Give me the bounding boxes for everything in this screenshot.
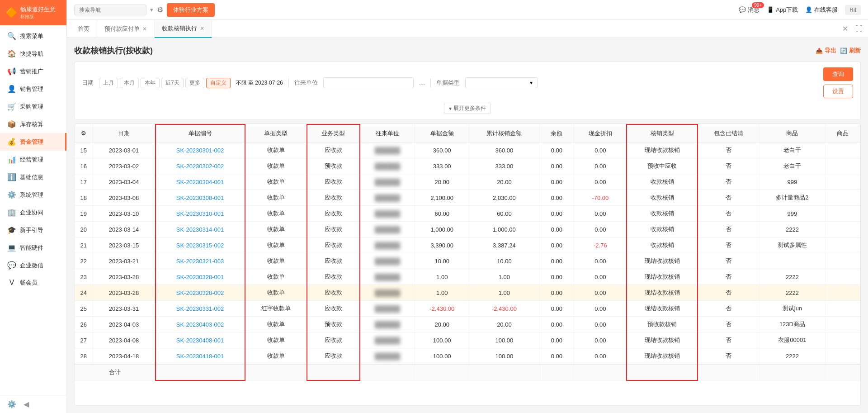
bill-no-link[interactable]: SK-20230314-001 [176,226,224,233]
sidebar-item-operations[interactable]: 📊经营管理 [0,151,66,168]
gear-icon[interactable]: ⚙ [157,5,163,14]
cell-amount: 3,390.00 [415,237,469,253]
export-btn[interactable]: 📤 导出 [816,47,836,55]
collapse-icon[interactable]: ◀ [24,400,29,408]
total-biz-type [307,364,360,380]
cell-product1: 999 [759,206,825,222]
tab-collection-close-icon[interactable]: ✕ [200,25,204,32]
unit-input[interactable] [323,77,414,88]
cell-unit: ██████ [360,142,415,158]
cell-discount: 0.00 [574,174,627,190]
cell-bill-type: 收款单 [245,332,307,348]
cell-verify-type: 现结收款核销 [627,142,698,158]
sidebar-item-purchase[interactable]: 🛒采购管理 [0,98,66,115]
bill-no-link[interactable]: SK-20230304-001 [176,179,224,185]
bill-no-link[interactable]: SK-20230328-001 [176,274,224,280]
table-row: 27 2023-04-08 SK-20230408-001 收款单 应收款 ██… [75,332,860,348]
cell-discount: 0.00 [574,317,627,332]
page-content: 收款核销执行(按收款) 📤 导出 🔄 刷新 日期 上月 本月 本年 [67,38,868,413]
refresh-icon: 🔄 [840,47,847,54]
sidebar-item-newbie[interactable]: 🎓新手引导 [0,221,66,239]
sidebar-item-sales[interactable]: 👤销售管理 [0,80,66,98]
date-btn-last-month[interactable]: 上月 [99,78,118,88]
unit-value: ██████ [375,147,400,154]
online-service-btn[interactable]: 👤 在线客服 [805,6,838,14]
bill-no-link[interactable]: SK-20230301-002 [176,147,224,154]
cell-balance: 0.00 [539,317,574,332]
refresh-btn[interactable]: 🔄 刷新 [840,47,861,55]
bill-no-link[interactable]: SK-20230331-002 [176,305,224,312]
cell-product1: 2222 [759,269,825,285]
sidebar-item-search[interactable]: 🔍搜索菜单 [0,27,66,45]
export-label: 导出 [825,47,836,55]
sidebar-item-corp[interactable]: 🏢企业协同 [0,204,66,221]
cell-no: 22 [75,253,93,269]
data-table: ⚙ 日期 单据编号 单据类型 业务类型 往来单位 单据金额 累计核销金额 余额 … [75,124,860,381]
table-row: 18 2023-03-08 SK-20230308-001 收款单 应收款 ██… [75,190,860,206]
cell-bill-type: 收款单 [245,269,307,285]
user-avatar[interactable]: Rit [845,5,861,15]
bill-no-link[interactable]: SK-20230408-001 [176,337,224,344]
settings-filter-btn[interactable]: 设置 [823,85,853,98]
date-btn-7days[interactable]: 近7天 [161,78,184,88]
cell-verify-amount: 20.00 [469,174,539,190]
sidebar-item-basic[interactable]: ℹ️基础信息 [0,168,66,186]
th-product2: 商品 [826,124,860,142]
tab-close-all-icon[interactable]: ✕ [840,23,850,35]
finance-label: 资金管理 [20,138,43,146]
tab-home[interactable]: 首页 [71,20,97,38]
bill-no-link[interactable]: SK-20230315-002 [176,242,224,249]
tab-prepay[interactable]: 预付款应付单 ✕ [97,20,155,38]
date-btn-more[interactable]: 更多 [185,78,204,88]
table-row: 20 2023-03-14 SK-20230314-001 收款单 应收款 ██… [75,222,860,237]
total-product1 [759,364,825,380]
cell-unit: ██████ [360,317,415,332]
bill-type-select[interactable]: ▾ [465,77,538,88]
date-btn-custom[interactable]: 自定义 [206,78,231,88]
message-icon: 💬 [739,6,746,13]
bill-no-link[interactable]: SK-20230308-001 [176,195,224,201]
date-btn-this-month[interactable]: 本月 [120,78,139,88]
cell-biz-type: 应收款 [307,285,360,301]
unit-dots-icon[interactable]: ... [419,79,425,87]
sidebar-item-hardware[interactable]: 💻智能硬件 [0,239,66,256]
app-download-btn[interactable]: 📱 App下载 [767,6,798,14]
bill-type-label: 单据类型 [436,79,460,87]
cell-bill-type: 收款单 [245,253,307,269]
bill-no-link[interactable]: SK-20230418-001 [176,353,224,360]
cell-verify-type: 收款核销 [627,206,698,222]
header-right: 💬 消息 99+ 📱 App下载 👤 在线客服 Rit [739,5,861,15]
sidebar-item-system[interactable]: ⚙️系统管理 [0,186,66,204]
sidebar-item-wechat[interactable]: 💬企业微信 [0,256,66,274]
sidebar-item-marketing[interactable]: 📢营销推广 [0,62,66,80]
tab-expand-icon[interactable]: ⛶ [854,23,864,35]
bill-no-link[interactable]: SK-20230403-002 [176,321,224,328]
bill-no-link[interactable]: SK-20230328-002 [176,290,224,296]
expand-more-btn[interactable]: ▾ 展开更多条件 [444,103,491,114]
dropdown-arrow-icon: ▾ [150,6,153,13]
cell-date: 2023-03-28 [93,285,156,301]
cell-product2 [826,285,860,301]
industry-btn[interactable]: 体验行业方案 [167,3,215,17]
breadcrumb-area: ▾ ⚙ 体验行业方案 [74,3,733,17]
cell-unit: ██████ [360,269,415,285]
sidebar-item-member[interactable]: V畅会员 [0,274,66,291]
phone-icon: 📱 [767,6,774,13]
tab-prepay-close-icon[interactable]: ✕ [142,26,147,32]
nav-search-input[interactable] [74,5,146,15]
settings-bottom-icon[interactable]: ⚙️ [7,400,16,408]
cell-date: 2023-03-31 [93,301,156,317]
cell-product1: 测试jun [759,301,825,317]
query-btn[interactable]: 查询 [823,67,853,81]
sidebar-item-finance[interactable]: 💰资金管理 [0,133,66,151]
sidebar-item-inventory[interactable]: 📦库存核算 [0,115,66,133]
date-btn-this-year[interactable]: 本年 [141,78,160,88]
bill-no-link[interactable]: SK-20230310-001 [176,210,224,217]
message-btn[interactable]: 💬 消息 99+ [739,6,760,14]
bill-no-link[interactable]: SK-20230321-003 [176,258,224,265]
tab-collection[interactable]: 收款核销执行 ✕ [155,20,212,38]
cell-bill-no: SK-20230331-002 [156,301,245,317]
th-verify-amount: 累计核销金额 [469,124,539,142]
sidebar-item-guide[interactable]: 🏠快捷导航 [0,45,66,62]
bill-no-link[interactable]: SK-20230302-002 [176,163,224,170]
